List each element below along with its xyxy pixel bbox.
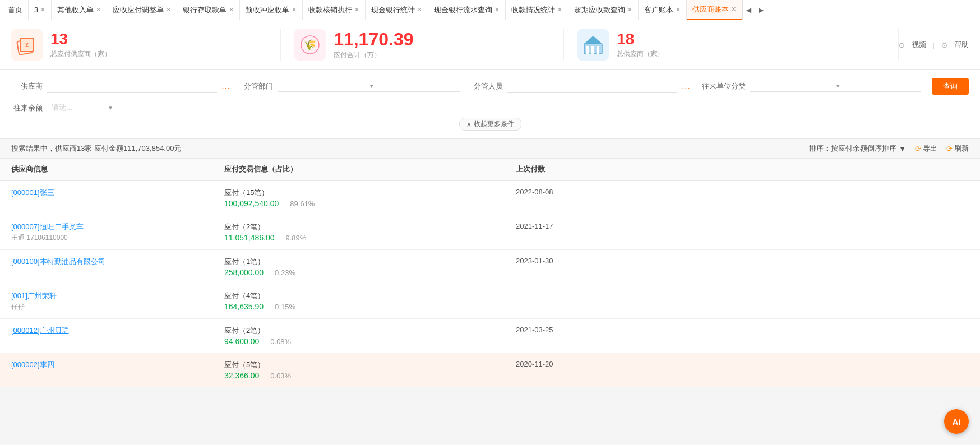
nav-tab-receipt-stat[interactable]: 收款情况统计 ✕ bbox=[506, 0, 568, 20]
tx-amount-2[interactable]: 11,051,486.00 bbox=[224, 233, 275, 242]
nav-tab-cash-bank-flow[interactable]: 现金银行流水查询 ✕ bbox=[428, 0, 506, 20]
filter-dots-person[interactable]: … bbox=[682, 81, 691, 91]
filter-row-1: 供应商 … 分管部门 ▼ 分管人员 … 往来单位分类 ▼ 查询 bbox=[11, 78, 969, 95]
last-pay-date-1: 2022-08-08 bbox=[516, 188, 553, 196]
filter-select-unit-category[interactable]: ▼ bbox=[750, 81, 921, 92]
filter-item-dept: 分管部门 ▼ bbox=[242, 81, 461, 92]
tx-amount-3[interactable]: 258,000.00 bbox=[224, 268, 264, 277]
nav-tab-cash-bank-flow-close[interactable]: ✕ bbox=[494, 6, 500, 13]
tx-amount-1[interactable]: 100,092,540.00 bbox=[224, 199, 279, 208]
tx-label-3: 应付（1笔） bbox=[224, 257, 516, 267]
nav-tab-receipt-verify[interactable]: 收款核销执行 ✕ bbox=[303, 0, 366, 20]
filter-input-person[interactable] bbox=[507, 80, 677, 93]
svg-rect-6 bbox=[586, 46, 589, 54]
supplier-sub-4: 仔仔 bbox=[11, 302, 224, 312]
nav-arrow-right[interactable]: ▶ bbox=[755, 0, 767, 20]
lastpay-2: 2021-11-17 bbox=[516, 222, 969, 230]
supplier-info-3: [000100]本特勤油品有限公司 bbox=[11, 257, 224, 267]
filter-input-supplier[interactable] bbox=[47, 80, 217, 93]
supplier-name-1[interactable]: [000001]张三 bbox=[11, 188, 224, 198]
result-summary: 搜索结果中，供应商13家 应付金额111,703,854.00元 bbox=[11, 143, 181, 154]
right-actions: 排序：按应付余额倒序排序 ▼ ⟳ 导出 ⟳ 刷新 bbox=[809, 143, 969, 154]
nav-tab-cash-bank-stat[interactable]: 现金银行统计 ✕ bbox=[366, 0, 428, 20]
sort-button[interactable]: 排序：按应付余额倒序排序 ▼ bbox=[809, 143, 906, 154]
nav-tab-ar-adjust[interactable]: 应收应付调整单 ✕ bbox=[107, 0, 177, 20]
nav-tab-3[interactable]: 3 ✕ bbox=[29, 0, 52, 20]
query-button[interactable]: 查询 bbox=[932, 78, 969, 95]
stat-payable-suppliers: ¥ 13 总应付供应商（家） bbox=[11, 29, 281, 61]
nav-tab-other-income-label: 其他收入单 bbox=[57, 5, 94, 15]
nav-tab-home-label: 首页 bbox=[8, 5, 22, 15]
nav-tab-3-close[interactable]: ✕ bbox=[40, 6, 45, 13]
video-link[interactable]: 视频 bbox=[912, 40, 926, 50]
nav-tab-customer-account-close[interactable]: ✕ bbox=[676, 6, 681, 13]
nav-tab-advance-collect-label: 预收冲应收单 bbox=[246, 5, 289, 15]
last-pay-date-6: 2020-11-20 bbox=[516, 360, 553, 368]
export-icon: ⟳ bbox=[915, 145, 921, 153]
nav-tab-overdue-query[interactable]: 超期应收款查询 ✕ bbox=[568, 0, 639, 20]
stat-payable-amount: 🌾 11,170.39 应付合计（万） bbox=[281, 29, 564, 61]
nav-tab-receipt-verify-label: 收款核销执行 bbox=[308, 5, 352, 15]
nav-tab-receipt-stat-close[interactable]: ✕ bbox=[557, 6, 562, 13]
nav-tab-other-income[interactable]: 其他收入单 ✕ bbox=[52, 0, 107, 20]
nav-tab-other-income-close[interactable]: ✕ bbox=[96, 6, 101, 13]
lastpay-5: 2021-03-25 bbox=[516, 326, 969, 334]
supplier-name-5[interactable]: [000012]广州贝瑞 bbox=[11, 326, 224, 336]
filter-select-balance[interactable]: 请选... ▼ bbox=[47, 100, 168, 115]
nav-tab-receipt-stat-label: 收款情况统计 bbox=[511, 5, 555, 15]
refresh-button[interactable]: ⟳ 刷新 bbox=[946, 143, 969, 154]
nav-tab-cash-bank-flow-label: 现金银行流水查询 bbox=[434, 5, 492, 15]
supplier-name-6[interactable]: [000002]李四 bbox=[11, 360, 224, 370]
supplier-info-5: [000012]广州贝瑞 bbox=[11, 326, 224, 336]
nav-tab-home[interactable]: 首页 bbox=[2, 0, 29, 20]
filter-select-dept[interactable]: ▼ bbox=[278, 81, 461, 92]
nav-tab-overdue-query-label: 超期应收款查询 bbox=[574, 5, 625, 15]
stat-total-suppliers: 18 总供应商（家） bbox=[564, 29, 898, 61]
stat-total-suppliers-content: 18 总供应商（家） bbox=[617, 31, 664, 59]
nav-tab-supplier-account[interactable]: 供应商账本 ✕ bbox=[687, 0, 742, 20]
nav-tab-advance-collect-close[interactable]: ✕ bbox=[292, 6, 297, 13]
tx-row-4: 164,635.90 0.15% bbox=[224, 302, 516, 311]
stats-bar: ¥ 13 总应付供应商（家） 🌾 11,170.39 应付合计（万） bbox=[0, 20, 980, 70]
collapse-button[interactable]: ∧ 收起更多条件 bbox=[459, 118, 521, 131]
svg-rect-7 bbox=[591, 46, 594, 54]
nav-tab-customer-account[interactable]: 客户账本 ✕ bbox=[639, 0, 687, 20]
tx-amount-6[interactable]: 32,366.00 bbox=[224, 371, 259, 380]
filter-item-balance: 往来余额 请选... ▼ bbox=[11, 100, 168, 115]
tx-row-3: 258,000.00 0.23% bbox=[224, 268, 516, 277]
nav-tab-cash-bank-stat-close[interactable]: ✕ bbox=[417, 6, 422, 13]
tx-amount-5[interactable]: 94,600.00 bbox=[224, 337, 259, 346]
nav-tab-ar-adjust-close[interactable]: ✕ bbox=[166, 6, 171, 13]
last-pay-date-5: 2021-03-25 bbox=[516, 326, 553, 334]
nav-tab-bank-deposit[interactable]: 银行存取款单 ✕ bbox=[177, 0, 240, 20]
chevron-down-icon-3: ▼ bbox=[108, 105, 164, 111]
nav-arrow-left[interactable]: ◀ bbox=[742, 0, 755, 20]
nav-tab-overdue-query-close[interactable]: ✕ bbox=[627, 6, 632, 13]
actions-divider: | bbox=[933, 41, 935, 49]
nav-tab-bank-deposit-close[interactable]: ✕ bbox=[229, 6, 234, 13]
supplier-name-4[interactable]: [001]广州荣轩 bbox=[11, 291, 224, 301]
transaction-info-5: 应付（2笔） 94,600.00 0.08% bbox=[224, 326, 516, 346]
video-icon: ⊙ bbox=[899, 41, 905, 49]
nav-tab-supplier-account-close[interactable]: ✕ bbox=[731, 6, 736, 13]
filter-dots-supplier[interactable]: … bbox=[221, 81, 230, 91]
supplier-name-3[interactable]: [000100]本特勤油品有限公司 bbox=[11, 257, 224, 267]
stat-total-suppliers-icon bbox=[577, 29, 609, 61]
table-row: [000100]本特勤油品有限公司 应付（1笔） 258,000.00 0.23… bbox=[0, 250, 980, 284]
last-pay-date-2: 2021-11-17 bbox=[516, 222, 553, 230]
tx-pct-3: 0.23% bbox=[275, 268, 295, 277]
sort-icon: ▼ bbox=[899, 145, 906, 153]
tx-label-1: 应付（15笔） bbox=[224, 188, 516, 198]
tx-label-2: 应付（2笔） bbox=[224, 222, 516, 232]
nav-tab-advance-collect[interactable]: 预收冲应收单 ✕ bbox=[240, 0, 303, 20]
tx-amount-4[interactable]: 164,635.90 bbox=[224, 302, 264, 311]
help-link[interactable]: 帮助 bbox=[954, 40, 969, 50]
nav-tab-customer-account-label: 客户账本 bbox=[644, 5, 673, 15]
nav-tab-3-label: 3 bbox=[34, 6, 38, 14]
nav-tab-supplier-account-label: 供应商账本 bbox=[692, 4, 729, 15]
export-button[interactable]: ⟳ 导出 bbox=[915, 143, 937, 154]
stat-payable-suppliers-content: 13 总应付供应商（家） bbox=[50, 31, 111, 59]
stat-actions: ⊙ 视频 | ⊙ 帮助 bbox=[899, 40, 969, 50]
supplier-name-2[interactable]: [000007]恒旺二手叉车 bbox=[11, 222, 224, 232]
nav-tab-receipt-verify-close[interactable]: ✕ bbox=[354, 6, 359, 13]
